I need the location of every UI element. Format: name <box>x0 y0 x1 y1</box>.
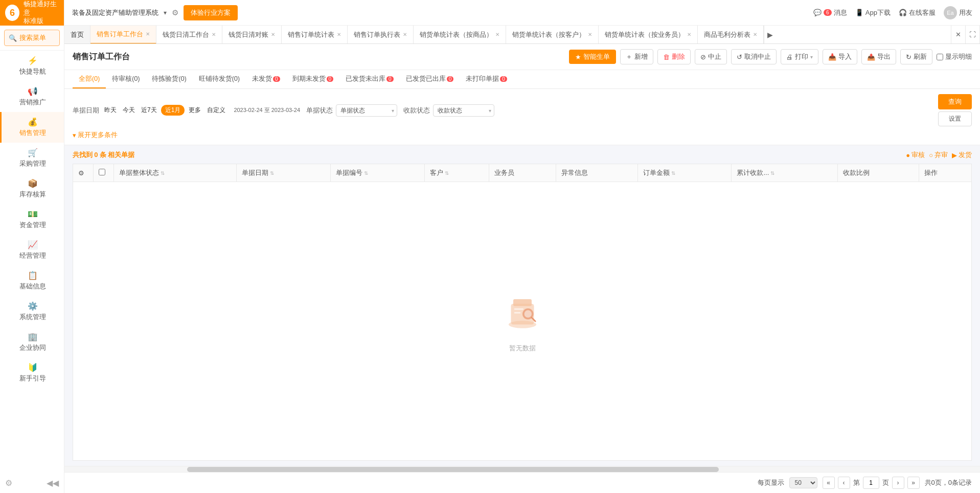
sidebar-item-operation[interactable]: 📈 经营管理 <box>0 235 64 265</box>
tab-close-sales-stats[interactable]: ✕ <box>337 32 341 37</box>
date-yesterday[interactable]: 昨天 <box>102 105 119 116</box>
first-page-button[interactable]: « <box>823 477 835 489</box>
sidebar-item-system[interactable]: ⚙️ 系统管理 <box>0 296 64 327</box>
table-count: 共找到 0 条 相关单据 <box>73 150 134 160</box>
last-page-button[interactable]: » <box>907 477 920 489</box>
scrollbar-thumb[interactable] <box>187 467 719 472</box>
tab-close-shipment-product[interactable]: ✕ <box>495 32 499 37</box>
tab-cash-reconcile[interactable]: 钱货日清对账 ✕ <box>222 26 282 44</box>
smart-create-button[interactable]: ★ 智能生单 <box>569 50 616 64</box>
delete-button[interactable]: 🗑 删除 <box>657 49 691 64</box>
expand-filter-button[interactable]: ▾ 展开更多条件 <box>73 130 118 140</box>
tab-close-shipment-staff[interactable]: ✕ <box>687 32 691 37</box>
system-dropdown-button[interactable]: ▾ <box>164 9 167 16</box>
sidebar-item-quick-nav[interactable]: ⚡ 快捷导航 <box>0 51 64 81</box>
sub-tab-pending-review[interactable]: 待审核(0) <box>106 70 146 88</box>
date-more[interactable]: 更多 <box>187 105 203 116</box>
expand-filter-row: ▾ 展开更多条件 <box>73 130 972 140</box>
select-all-checkbox[interactable] <box>99 169 105 175</box>
sub-tab-pending-check[interactable]: 待拣验货(0) <box>146 70 192 88</box>
refresh-button[interactable]: ↻ 刷新 <box>900 49 932 64</box>
tab-close-cash-daily[interactable]: ✕ <box>212 32 216 37</box>
tab-sales-exec[interactable]: 销售订单执行表 ✕ <box>348 26 414 44</box>
tab-sales-order-workbench[interactable]: 销售订单工作台 ✕ <box>90 26 156 44</box>
sort-amount-icon[interactable]: ⇅ <box>671 170 675 176</box>
sidebar-item-guide[interactable]: 🔰 新手引导 <box>0 357 64 388</box>
settings-button[interactable]: 设置 <box>938 111 972 126</box>
tab-sales-stats[interactable]: 销售订单统计表 ✕ <box>282 26 348 44</box>
cancel-audit-button[interactable]: ○ 弃审 <box>929 150 948 160</box>
tab-shipment-product[interactable]: 销货单统计表（按商品） ✕ <box>414 26 506 44</box>
sort-status-icon[interactable]: ⇅ <box>161 170 165 176</box>
sort-number-icon[interactable]: ⇅ <box>364 170 368 176</box>
sidebar-item-inventory[interactable]: 📦 库存核算 <box>0 173 64 204</box>
tabs-scroll-right[interactable]: ▶ <box>764 26 776 44</box>
collapse-sidebar-button[interactable]: ◀◀ <box>47 478 59 488</box>
date-today[interactable]: 今天 <box>121 105 137 116</box>
prev-page-button[interactable]: ‹ <box>838 477 850 489</box>
ship-button[interactable]: ▶ 发货 <box>952 150 972 160</box>
next-page-button[interactable]: › <box>892 477 904 489</box>
export-button[interactable]: 📤 导出 <box>861 49 896 64</box>
online-service-button[interactable]: 🎧 在线客服 <box>899 8 936 17</box>
sub-tab-wangpu[interactable]: 旺铺待发货(0) <box>193 70 246 88</box>
app-download-button[interactable]: 📱 App下载 <box>855 8 891 17</box>
tab-gross-profit[interactable]: 商品毛利分析表 ✕ <box>698 26 764 44</box>
sub-tab-not-printed[interactable]: 未打印单据0 <box>460 70 513 88</box>
sidebar-item-sales[interactable]: 💰 销售管理 <box>0 112 64 143</box>
sort-collected-icon[interactable]: ⇅ <box>770 170 774 176</box>
horizontal-scrollbar[interactable] <box>64 466 980 472</box>
stop-button[interactable]: ⊘ 中止 <box>695 49 727 64</box>
query-button[interactable]: 查询 <box>938 94 972 109</box>
sub-tab-shipped-out[interactable]: 已发货已出库0 <box>400 70 460 88</box>
cancel-stop-button[interactable]: ↺ 取消中止 <box>731 49 777 64</box>
date-7days[interactable]: 近7天 <box>139 105 159 116</box>
close-other-tabs-button[interactable]: ✕ <box>951 26 966 44</box>
tab-home[interactable]: 首页 <box>64 26 90 44</box>
settings-icon[interactable]: ⚙ <box>5 478 12 488</box>
refresh-icon: ↻ <box>906 53 911 61</box>
status-select[interactable]: 单据状态 <box>336 104 397 117</box>
th-settings[interactable]: ⚙ <box>73 164 94 182</box>
sidebar-item-basic[interactable]: 📋 基础信息 <box>0 265 64 296</box>
show-detail-checkbox[interactable] <box>937 54 943 60</box>
page-size-select[interactable]: 50 10 20 100 <box>789 477 817 488</box>
th-status: 单据整体状态⇅ <box>114 164 237 182</box>
maximize-tab-button[interactable]: ⛶ <box>966 26 980 44</box>
sidebar-item-enterprise[interactable]: 🏢 企业协同 <box>0 327 64 357</box>
sidebar-item-marketing[interactable]: 📢 营销推广 <box>0 81 64 112</box>
tab-close-sales-order[interactable]: ✕ <box>146 31 150 37</box>
th-amount: 订单金额⇅ <box>637 164 732 182</box>
settings-icon[interactable]: ⚙ <box>172 8 178 17</box>
date-1month[interactable]: 近1月 <box>161 105 185 116</box>
add-button[interactable]: ＋ 新增 <box>620 49 653 64</box>
sidebar-item-finance[interactable]: 💵 资金管理 <box>0 204 64 235</box>
sidebar-item-purchase[interactable]: 🛒 采购管理 <box>0 143 64 173</box>
sub-tab-all[interactable]: 全部(0) <box>73 70 106 88</box>
solution-button[interactable]: 体验行业方案 <box>184 5 238 20</box>
stop-icon: ⊘ <box>700 53 706 61</box>
sort-customer-icon[interactable]: ⇅ <box>445 170 449 176</box>
tab-close-shipment-customer[interactable]: ✕ <box>588 32 592 37</box>
payment-select[interactable]: 收款状态 <box>433 104 494 117</box>
sort-date-icon[interactable]: ⇅ <box>270 170 274 176</box>
sub-tab-not-shipped[interactable]: 未发货0 <box>246 70 286 88</box>
user-menu-button[interactable]: Ea 用友 <box>944 6 972 19</box>
tab-shipment-customer[interactable]: 销货单统计表（按客户） ✕ <box>506 26 599 44</box>
print-button[interactable]: 🖨 打印 ▾ <box>781 49 818 64</box>
tab-shipment-staff[interactable]: 销货单统计表（按业务员） ✕ <box>599 26 698 44</box>
import-button[interactable]: 📥 导入 <box>823 49 857 64</box>
tab-close-cash-reconcile[interactable]: ✕ <box>271 32 275 37</box>
date-custom[interactable]: 自定义 <box>205 105 227 116</box>
th-checkbox[interactable] <box>94 164 114 182</box>
tab-cash-daily[interactable]: 钱货日清工作台 ✕ <box>156 26 222 44</box>
page-number-input[interactable] <box>863 477 879 489</box>
tab-close-gross-profit[interactable]: ✕ <box>753 32 757 37</box>
tab-close-sales-exec[interactable]: ✕ <box>403 32 407 37</box>
message-button[interactable]: 💬 6 消息 <box>813 8 847 17</box>
show-detail-checkbox-label[interactable]: 显示明细 <box>937 52 972 61</box>
sub-tab-expired-not-shipped[interactable]: 到期未发货0 <box>286 70 340 88</box>
search-menu-button[interactable]: 🔍 搜索菜单 <box>4 30 60 46</box>
sub-tab-shipped-not-out[interactable]: 已发货未出库0 <box>339 70 400 88</box>
audit-button[interactable]: ● 审核 <box>906 150 925 160</box>
